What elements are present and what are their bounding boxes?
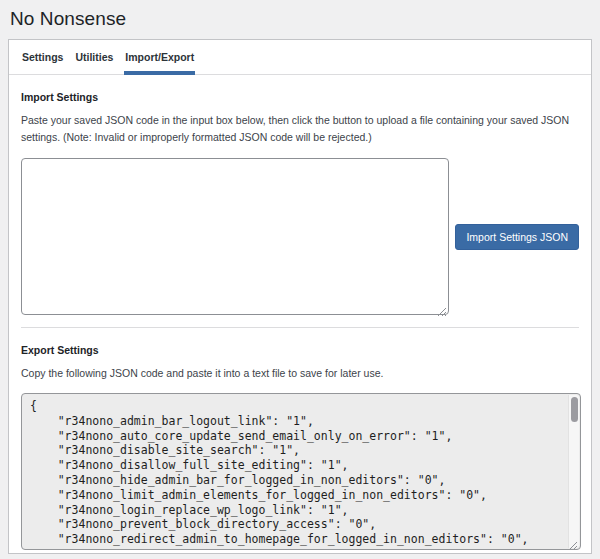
import-settings-heading: Import Settings xyxy=(21,91,579,103)
resize-handle-icon[interactable] xyxy=(437,303,447,313)
import-textarea-wrapper xyxy=(21,158,449,315)
import-settings-json-button[interactable]: Import Settings JSON xyxy=(455,224,579,250)
export-json-box[interactable]: { "r34nono_admin_bar_logout_link": "1", … xyxy=(21,393,581,550)
tab-import-export[interactable]: Import/Export xyxy=(124,40,195,75)
import-json-textarea[interactable] xyxy=(21,158,449,315)
scrollbar-track[interactable] xyxy=(568,395,579,548)
export-json-code[interactable]: { "r34nono_admin_bar_logout_link": "1", … xyxy=(22,394,580,550)
export-settings-heading: Export Settings xyxy=(21,344,579,356)
import-row: Import Settings JSON xyxy=(21,158,579,315)
tab-utilities[interactable]: Utilities xyxy=(74,40,114,75)
import-button-column: Import Settings JSON xyxy=(449,224,579,250)
tab-settings[interactable]: Settings xyxy=(21,40,64,75)
tab-bar: Settings Utilities Import/Export xyxy=(9,40,591,75)
resize-handle-icon[interactable] xyxy=(568,537,578,547)
scrollbar-thumb[interactable] xyxy=(571,397,578,422)
settings-card: Settings Utilities Import/Export Import … xyxy=(8,39,592,554)
section-divider xyxy=(21,327,579,328)
import-settings-description: Paste your saved JSON code in the input … xyxy=(21,112,573,146)
export-settings-description: Copy the following JSON code and paste i… xyxy=(21,365,573,382)
tab-panel-import-export: Import Settings Paste your saved JSON co… xyxy=(9,91,591,559)
page-title: No Nonsense xyxy=(0,0,600,39)
